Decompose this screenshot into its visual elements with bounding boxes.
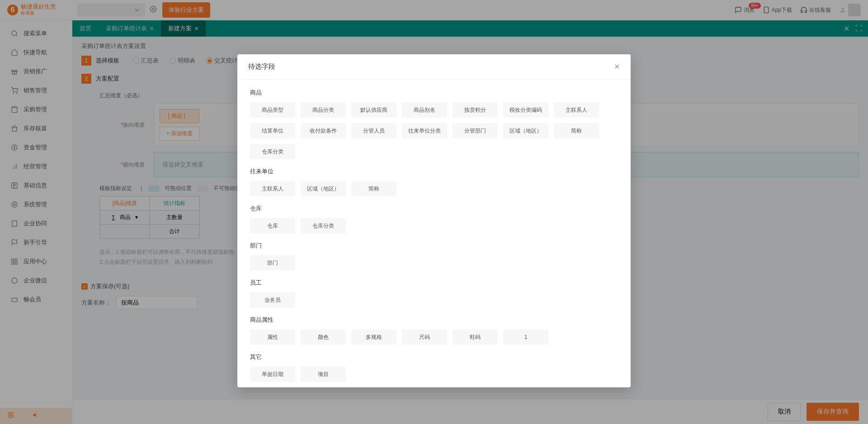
field-chip[interactable]: 往来单位分类 <box>402 123 447 138</box>
field-chip[interactable]: 仓库分类 <box>250 144 295 159</box>
field-chip[interactable]: 仓库 <box>250 218 295 233</box>
field-chip[interactable]: 分管部门 <box>453 123 498 138</box>
field-chip[interactable]: 简称 <box>351 181 396 196</box>
group-title: 往来单位 <box>250 167 618 176</box>
field-chip[interactable]: 商品类型 <box>250 102 295 118</box>
field-chip[interactable]: 属性 <box>250 329 295 345</box>
modal-overlay[interactable]: 待选字段 ✕ 商品商品类型商品分类默认供应商商品别名拣货积分税收分类编码主联系人… <box>0 0 868 424</box>
field-group: 往来单位主联系人区域（地区）简称 <box>250 167 618 196</box>
field-chip[interactable]: 简称 <box>554 123 599 138</box>
field-group: 商品属性属性颜色多规格尺码鞋码1 <box>250 316 618 345</box>
group-title: 商品 <box>250 89 618 97</box>
field-chip[interactable]: 税收分类编码 <box>503 102 548 118</box>
field-chip[interactable]: 区域（地区） <box>503 123 548 138</box>
group-title: 其它 <box>250 353 618 361</box>
field-group: 仓库仓库仓库分类 <box>250 205 618 233</box>
field-chip[interactable]: 项目 <box>301 367 346 382</box>
group-title: 员工 <box>250 279 618 287</box>
group-title: 仓库 <box>250 205 618 213</box>
field-chip[interactable]: 默认供应商 <box>351 102 396 118</box>
field-group: 部门部门 <box>250 242 618 271</box>
group-title: 商品属性 <box>250 316 618 324</box>
modal-title: 待选字段 <box>248 62 275 71</box>
field-chip[interactable]: 商品别名 <box>402 102 447 118</box>
modal-close-button[interactable]: ✕ <box>614 62 620 71</box>
field-chip[interactable]: 仓库分类 <box>301 218 346 233</box>
field-chip[interactable]: 收付款条件 <box>301 123 346 138</box>
field-chip[interactable]: 商品分类 <box>301 102 346 118</box>
field-chip[interactable]: 鞋码 <box>453 329 498 345</box>
group-title: 部门 <box>250 242 618 250</box>
field-selector-modal: 待选字段 ✕ 商品商品类型商品分类默认供应商商品别名拣货积分税收分类编码主联系人… <box>237 54 631 387</box>
modal-body: 商品商品类型商品分类默认供应商商品别名拣货积分税收分类编码主联系人结算单位收付款… <box>237 80 631 387</box>
field-chip[interactable]: 拣货积分 <box>453 102 498 118</box>
field-chip[interactable]: 分管人员 <box>351 123 396 138</box>
field-chip[interactable]: 颜色 <box>301 329 346 345</box>
field-group: 商品商品类型商品分类默认供应商商品别名拣货积分税收分类编码主联系人结算单位收付款… <box>250 89 618 159</box>
field-chip[interactable]: 业务员 <box>250 292 295 308</box>
field-chip[interactable]: 多规格 <box>351 329 396 345</box>
field-group: 员工业务员 <box>250 279 618 308</box>
field-chip[interactable]: 尺码 <box>402 329 447 345</box>
field-chip[interactable]: 主联系人 <box>554 102 599 118</box>
field-group: 其它单据日期项目 <box>250 353 618 382</box>
field-chip[interactable]: 部门 <box>250 255 295 271</box>
field-chip[interactable]: 区域（地区） <box>301 181 346 196</box>
field-chip[interactable]: 1 <box>503 329 548 345</box>
field-chip[interactable]: 结算单位 <box>250 123 295 138</box>
field-chip[interactable]: 主联系人 <box>250 181 295 196</box>
field-chip[interactable]: 单据日期 <box>250 367 295 382</box>
